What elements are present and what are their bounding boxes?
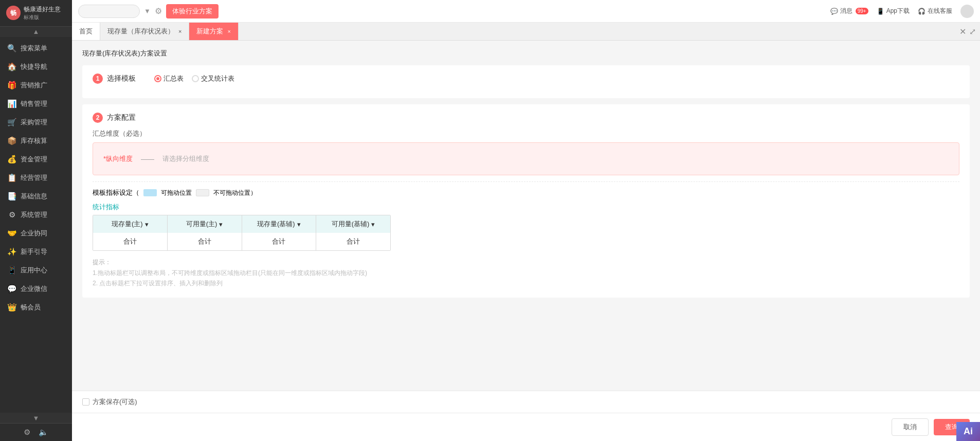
sidebar-item-finance[interactable]: 💰 资金管理 xyxy=(0,150,72,169)
template-config-prefix: 模板指标设定（ xyxy=(93,188,139,197)
stats-cell-2: 合计 xyxy=(168,233,242,250)
sidebar-item-appstore[interactable]: 📱 应用中心 xyxy=(0,261,72,280)
sidebar-item-sales[interactable]: 📊 销售管理 xyxy=(0,95,72,113)
radio-cross-circle xyxy=(192,75,199,82)
chat-icon: 💬 xyxy=(7,284,16,293)
gear-icon: ⚙ xyxy=(7,210,16,219)
box-icon: 📦 xyxy=(7,136,16,145)
online-service-item[interactable]: 🎧 在线客服 xyxy=(918,7,952,15)
tabs: 首页 现存量（库存状况表） × 新建方案 × ✕ ⤢ xyxy=(72,23,980,41)
sidebar-item-newguide[interactable]: ✨ 新手引导 xyxy=(0,243,72,261)
step1-num: 1 xyxy=(93,74,103,84)
sidebar-item-wechat[interactable]: 💬 企业微信 xyxy=(0,280,72,298)
step1-title: 选择模板 xyxy=(107,74,136,83)
stats-cell-1: 合计 xyxy=(93,233,168,250)
indicator-tags: 模板指标设定（ 可拖动位置 不可拖动位置） xyxy=(93,188,959,197)
message-icon: 💬 xyxy=(830,8,838,15)
bottom-bar: 方案保存(可选) xyxy=(72,391,980,413)
stats-cell-3: 合计 xyxy=(242,233,317,250)
stats-data-row: 合计 合计 合计 合计 xyxy=(93,233,390,250)
tab-inventory-close-icon[interactable]: × xyxy=(178,28,182,34)
stats-header-row: 现存量(主) ▾ 可用量(主) ▾ 现存量(基辅) ▾ xyxy=(93,215,390,233)
crown-icon: 👑 xyxy=(7,303,16,312)
sidebar-item-basic[interactable]: 📑 基础信息 xyxy=(0,187,72,206)
dimension-section: 汇总维度（必选） *纵向维度 —— 请选择分组维度 xyxy=(93,129,959,175)
save-scheme-checkbox[interactable] xyxy=(82,398,89,406)
col2-dropdown-icon: ▾ xyxy=(219,220,223,228)
tips-item-2: 2. 点击标题栏下拉可设置排序、插入列和删除列 xyxy=(93,279,959,288)
tab-new-scheme[interactable]: 新建方案 × xyxy=(189,23,238,40)
save-scheme-checkbox-label[interactable]: 方案保存(可选) xyxy=(82,397,137,407)
sidebar-item-purchase[interactable]: 🛒 采购管理 xyxy=(0,113,72,132)
search-input[interactable] xyxy=(78,5,140,18)
message-item[interactable]: 💬 消息 99+ xyxy=(830,7,868,15)
stats-cell-4: 合计 xyxy=(316,233,390,250)
gift-icon: 🎁 xyxy=(7,81,16,90)
dimension-label: 汇总维度（必选） xyxy=(93,129,959,138)
app-logo: 畅 畅康通好生意 标准版 xyxy=(0,0,72,27)
tab-expand-buttons: ✕ ⤢ xyxy=(959,27,980,36)
col3-dropdown-icon: ▾ xyxy=(297,220,301,228)
settings-bottom-icon[interactable]: ⚙ xyxy=(24,428,30,437)
tab-home[interactable]: 首页 xyxy=(72,23,100,40)
page-content: 现存量(库存状况表)方案设置 1 选择模板 汇总表 交叉统计表 xyxy=(72,41,980,391)
sidebar-bottom: ⚙ 🔈 xyxy=(0,423,72,441)
mobile-icon: 📱 xyxy=(7,266,16,275)
trial-button[interactable]: 体验行业方案 xyxy=(166,4,219,19)
stats-col-2-header[interactable]: 可用量(主) ▾ xyxy=(168,215,242,233)
dimension-box[interactable]: *纵向维度 —— 请选择分组维度 xyxy=(93,142,959,175)
tab-new-scheme-close-icon[interactable]: × xyxy=(227,28,230,34)
step1-card: 1 选择模板 汇总表 交叉统计表 xyxy=(82,65,970,98)
app-icon: 📱 xyxy=(877,8,884,15)
ai-badge[interactable]: Ai xyxy=(956,422,980,441)
search-arrow-icon[interactable]: ▼ xyxy=(144,7,151,15)
app-download-item[interactable]: 📱 App下载 xyxy=(877,7,910,15)
radio-cross[interactable]: 交叉统计表 xyxy=(192,74,234,83)
stats-col-4-header[interactable]: 可用量(基辅) ▾ xyxy=(316,215,390,233)
main-area: ▼ ⚙ 体验行业方案 💬 消息 99+ 📱 App下载 🎧 在线客服 首页 xyxy=(72,0,980,441)
collapse-icon[interactable]: ✕ xyxy=(959,27,966,36)
search-icon: 🔍 xyxy=(7,44,16,53)
sidebar-scroll-up[interactable]: ▲ xyxy=(0,27,72,37)
sidebar-item-marketing[interactable]: 🎁 营销推广 xyxy=(0,76,72,95)
sidebar-item-enterprise[interactable]: 🤝 企业协同 xyxy=(0,224,72,243)
step2-card: 2 方案配置 汇总维度（必选） *纵向维度 —— 请选择分组维度 xyxy=(82,104,970,298)
stats-section: 统计指标 现存量(主) ▾ 可用量(主) ▾ xyxy=(93,203,959,251)
dimension-required: *纵向维度 xyxy=(103,154,133,163)
money-icon: 💰 xyxy=(7,155,16,164)
tips-section: 提示： 1.拖动标题栏可以调整布局，不可跨维度或指标区域拖动栏目(只能在同一维度… xyxy=(93,258,959,288)
chart-icon: 📊 xyxy=(7,99,16,108)
dimension-dash: —— xyxy=(141,155,154,163)
stats-col-3-header[interactable]: 现存量(基辅) ▾ xyxy=(242,215,317,233)
sidebar-item-operations[interactable]: 📋 经营管理 xyxy=(0,169,72,187)
step1-header: 1 选择模板 汇总表 交叉统计表 xyxy=(93,74,959,84)
user-avatar[interactable] xyxy=(960,5,974,18)
radio-summary-circle xyxy=(154,75,161,82)
sidebar-item-quick-nav[interactable]: 🏠 快捷导航 xyxy=(0,58,72,76)
tab-inventory-status[interactable]: 现存量（库存状况表） × xyxy=(100,23,189,40)
cancel-button[interactable]: 取消 xyxy=(892,418,929,436)
sidebar-scroll-down[interactable]: ▼ xyxy=(0,413,72,423)
expand-icon[interactable]: ⤢ xyxy=(969,27,976,36)
sidebar-item-member[interactable]: 👑 畅会员 xyxy=(0,298,72,317)
sidebar-item-system[interactable]: ⚙ 系统管理 xyxy=(0,206,72,224)
document-icon: 📑 xyxy=(7,192,16,201)
home-icon: 🏠 xyxy=(7,62,16,71)
sidebar-item-inventory[interactable]: 📦 库存核算 xyxy=(0,132,72,150)
action-bar: 取消 查询 xyxy=(72,413,980,441)
topbar-settings-icon[interactable]: ⚙ xyxy=(155,6,162,16)
logo-icon: 畅 xyxy=(6,6,21,20)
clipboard-icon: 📋 xyxy=(7,173,16,182)
stats-title: 统计指标 xyxy=(93,203,959,212)
stats-col-1-header[interactable]: 现存量(主) ▾ xyxy=(93,215,168,233)
template-radio-group: 汇总表 交叉统计表 xyxy=(154,74,234,83)
sound-icon[interactable]: 🔈 xyxy=(39,428,48,437)
col4-dropdown-icon: ▾ xyxy=(371,220,375,228)
sidebar-item-search[interactable]: 🔍 搜索菜单 xyxy=(0,39,72,58)
radio-summary[interactable]: 汇总表 xyxy=(154,74,184,83)
topbar-right: 💬 消息 99+ 📱 App下载 🎧 在线客服 xyxy=(830,5,974,18)
step2-num: 2 xyxy=(93,113,103,123)
step2-title: 方案配置 xyxy=(107,113,136,122)
sidebar-nav: 🔍 搜索菜单 🏠 快捷导航 🎁 营销推广 📊 销售管理 🛒 采购管理 📦 库存核… xyxy=(0,37,72,413)
draggable-tag-label: 可拖动位置 xyxy=(161,189,192,197)
